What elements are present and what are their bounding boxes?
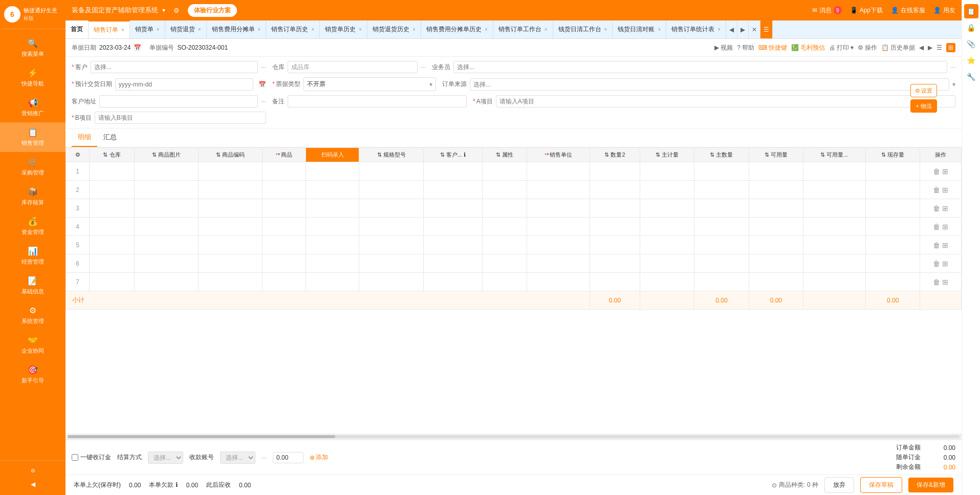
salesperson-more-icon[interactable]: ··· xyxy=(950,63,955,71)
tab-cash-daily[interactable]: 钱货日清工作台 × xyxy=(553,20,613,39)
cell-scan[interactable] xyxy=(306,218,359,236)
col-scan[interactable]: 扫码录入 xyxy=(306,148,359,162)
cell-qty2[interactable] xyxy=(590,162,640,181)
delete-row-btn[interactable]: 🗑 xyxy=(933,223,940,231)
cell-image[interactable] xyxy=(134,199,198,218)
tab-close-icon[interactable]: × xyxy=(157,27,160,32)
col-image[interactable]: ⇅ 商品图片 xyxy=(134,148,198,162)
tab-prev-btn[interactable]: ◀ xyxy=(726,20,737,39)
rp-btn-4[interactable]: ⭐ xyxy=(964,53,978,68)
cell-code[interactable] xyxy=(198,199,262,218)
sidebar-item-collaboration[interactable]: 🤝 企业协同 xyxy=(0,330,66,360)
cell-attributes[interactable] xyxy=(482,199,527,218)
copy-row-btn[interactable]: ⊞ xyxy=(942,260,948,268)
col-settings[interactable]: ⚙ xyxy=(66,148,90,162)
cell-available[interactable] xyxy=(749,162,803,181)
sidebar-item-sales[interactable]: 📋 销售管理 xyxy=(0,122,66,152)
tab-expand-btn[interactable]: ☰ xyxy=(760,20,773,39)
customer-input[interactable] xyxy=(91,61,258,73)
cell-scan[interactable] xyxy=(306,236,359,254)
cell-available[interactable] xyxy=(749,218,803,236)
cell-product[interactable] xyxy=(263,254,306,273)
cell-attributes[interactable] xyxy=(482,218,527,236)
cell-image[interactable] xyxy=(134,273,198,291)
operation-btn[interactable]: ⚙ 操作 xyxy=(858,44,877,52)
tab-close-icon[interactable]: × xyxy=(717,27,721,32)
cell-warehouse[interactable] xyxy=(90,218,134,236)
tab-close-icon[interactable]: × xyxy=(198,27,201,32)
tab-sales-order[interactable]: 销售订单 × xyxy=(89,20,130,39)
cell-image[interactable] xyxy=(134,162,198,181)
cell-customer-code[interactable] xyxy=(423,181,482,199)
view-btn[interactable]: ▶ 视频 xyxy=(714,44,733,52)
cell-customer-code[interactable] xyxy=(423,199,482,218)
cell-available[interactable] xyxy=(749,254,803,273)
shortcut-btn[interactable]: ⌨ 快捷键 xyxy=(758,44,787,52)
cell-attributes[interactable] xyxy=(482,273,527,291)
tab-detail[interactable]: 明细 xyxy=(72,128,97,147)
cell-spec[interactable] xyxy=(359,162,423,181)
cell-scan[interactable] xyxy=(306,273,359,291)
tab-close-icon[interactable]: × xyxy=(359,27,362,32)
cell-available[interactable] xyxy=(749,199,803,218)
cell-main-qty[interactable] xyxy=(694,218,749,236)
industry-btn[interactable]: 体验行业方案 xyxy=(188,4,237,17)
cell-attributes[interactable] xyxy=(482,162,527,181)
discard-btn[interactable]: 放弃 xyxy=(824,477,854,493)
tab-home[interactable]: 首页 xyxy=(66,20,89,39)
tab-summary[interactable]: 汇总 xyxy=(97,128,123,147)
tab-close-icon[interactable]: × xyxy=(485,27,488,32)
tab-fee-split[interactable]: 销售费用分摊单 × xyxy=(207,20,267,39)
col-main-unit[interactable]: ⇅ 主计量 xyxy=(640,148,694,162)
cell-main-unit[interactable] xyxy=(640,181,694,199)
user-btn[interactable]: 👤 用友 xyxy=(933,6,955,15)
cell-scan[interactable] xyxy=(306,162,359,181)
cell-warehouse[interactable] xyxy=(90,181,134,199)
cell-available2[interactable] xyxy=(803,181,865,199)
horizontal-scrollbar[interactable] xyxy=(66,434,962,440)
cell-code[interactable] xyxy=(198,273,262,291)
cell-customer-code[interactable] xyxy=(423,218,482,236)
cell-main-unit[interactable] xyxy=(640,218,694,236)
sidebar-item-guide[interactable]: 🎯 新手引导 xyxy=(0,360,66,390)
cell-customer-code[interactable] xyxy=(423,162,482,181)
tab-sales-return[interactable]: 销货退货 × xyxy=(165,20,207,39)
cell-stock[interactable] xyxy=(866,199,920,218)
tab-close-icon[interactable]: × xyxy=(545,27,548,32)
delete-row-btn[interactable]: 🗑 xyxy=(933,260,940,268)
cell-code[interactable] xyxy=(198,254,262,273)
cell-available[interactable] xyxy=(749,236,803,254)
cell-customer-code[interactable] xyxy=(423,254,482,273)
list-view-btn[interactable]: ☰ xyxy=(937,44,942,51)
cell-main-unit[interactable] xyxy=(640,273,694,291)
cell-stock[interactable] xyxy=(866,218,920,236)
cell-spec[interactable] xyxy=(359,218,423,236)
sidebar-item-system[interactable]: ⚙ 系统管理 xyxy=(0,300,66,330)
profit-btn[interactable]: 💹 毛利预估 xyxy=(791,44,825,52)
sidebar-item-finance[interactable]: 💰 资金管理 xyxy=(0,211,66,241)
copy-row-btn[interactable]: ⊞ xyxy=(942,223,948,231)
cell-warehouse[interactable] xyxy=(90,273,134,291)
sidebar-item-purchase[interactable]: 🛒 采购管理 xyxy=(0,152,66,182)
sidebar-settings-btn[interactable]: ⚙ xyxy=(29,465,37,477)
topbar-settings-btn[interactable]: ⚙ xyxy=(169,3,184,17)
cell-attributes[interactable] xyxy=(482,254,527,273)
sidebar-collapse-btn[interactable]: ◀ xyxy=(28,478,38,491)
cell-code[interactable] xyxy=(198,162,262,181)
cell-attributes[interactable] xyxy=(482,236,527,254)
settle-method-select[interactable]: 选择... xyxy=(148,451,183,464)
print-btn[interactable]: 🖨 打印 ▾ xyxy=(829,44,854,52)
grid-view-btn[interactable]: ⊞ xyxy=(946,43,955,52)
help-btn[interactable]: ? 帮助 xyxy=(737,44,754,52)
cell-stock[interactable] xyxy=(866,236,920,254)
cell-spec[interactable] xyxy=(359,236,423,254)
tab-invoice-history[interactable]: 销货单历史 × xyxy=(320,20,367,39)
col-main-qty[interactable]: ⇅ 主数量 xyxy=(694,148,749,162)
col-available[interactable]: ⇅ 可用量 xyxy=(749,148,803,162)
cell-image[interactable] xyxy=(134,181,198,199)
cell-scan[interactable] xyxy=(306,199,359,218)
col-spec[interactable]: ⇅ 规格型号 xyxy=(359,148,423,162)
tab-cash-reconcile[interactable]: 钱货日清对账 × xyxy=(613,20,666,39)
cell-code[interactable] xyxy=(198,236,262,254)
cell-image[interactable] xyxy=(134,218,198,236)
